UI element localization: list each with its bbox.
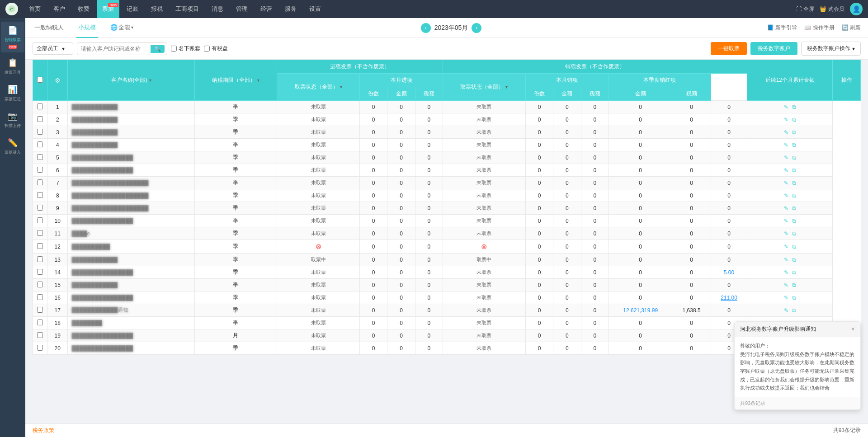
row-checkbox[interactable]: [37, 256, 43, 262]
row-checkbox[interactable]: [37, 141, 43, 147]
row-checkbox[interactable]: [37, 103, 43, 109]
copy-button[interactable]: ⧉: [792, 155, 796, 161]
nav-tax[interactable]: 报税: [146, 0, 168, 18]
filter-icon-period[interactable]: ▾: [257, 78, 259, 83]
copy-button[interactable]: ⧉: [792, 104, 796, 110]
copy-button[interactable]: ⧉: [792, 218, 796, 224]
tab-all[interactable]: 🌐 全能 ▾: [108, 18, 135, 38]
sidebar-item-invoice-summary[interactable]: 📊 票据汇总: [1, 81, 24, 106]
digital-account-ops-button[interactable]: 税务数字账户操作 ▾: [801, 42, 861, 56]
edit-button[interactable]: ✎: [784, 269, 788, 276]
row-checkbox[interactable]: [37, 154, 43, 160]
edit-button[interactable]: ✎: [784, 142, 788, 148]
checkbox-sub-account[interactable]: 名下账套: [171, 45, 200, 52]
copy-button[interactable]: ⧉: [792, 193, 796, 199]
filter-icon-fetchin[interactable]: ▾: [340, 85, 342, 89]
copy-button[interactable]: ⧉: [792, 205, 796, 211]
member-button[interactable]: 👑 购会员: [820, 5, 844, 13]
copy-button[interactable]: ⧉: [792, 269, 796, 276]
settings-icon[interactable]: ⚙: [55, 77, 61, 84]
copy-button[interactable]: ⧉: [792, 257, 796, 263]
nav-home[interactable]: 首页: [24, 0, 46, 18]
sidebar-item-smart-fetch[interactable]: 📄 智能取票 new: [1, 22, 24, 52]
employee-select[interactable]: 全部员工 ▾: [33, 42, 73, 55]
row-checkbox[interactable]: [37, 294, 43, 300]
red-amount-link[interactable]: 12,621,319.99: [623, 307, 658, 314]
checkbox-has-tax-disk[interactable]: 有税盘: [204, 45, 228, 52]
copy-button[interactable]: ⧉: [792, 180, 796, 186]
row-checkbox[interactable]: [37, 269, 43, 275]
nav-management[interactable]: 管理: [231, 0, 253, 18]
sidebar-item-invoice-entry[interactable]: ✏️ 票据录入: [1, 134, 24, 159]
row-checkbox[interactable]: [37, 243, 43, 249]
edit-button[interactable]: ✎: [784, 282, 788, 288]
nav-business[interactable]: 工商项目: [170, 0, 204, 18]
copy-button[interactable]: ⧉: [792, 230, 796, 237]
tax-policy-link[interactable]: 税务政策: [33, 427, 54, 434]
edit-button[interactable]: ✎: [784, 218, 788, 224]
nav-service[interactable]: 服务: [279, 0, 302, 18]
edit-button[interactable]: ✎: [784, 129, 788, 136]
tax-disk-checkbox[interactable]: [204, 46, 210, 52]
copy-button[interactable]: ⧉: [792, 307, 796, 314]
tab-small-scale[interactable]: 小规模: [76, 18, 98, 38]
refresh-button[interactable]: 🔄 刷新: [842, 24, 861, 32]
edit-button[interactable]: ✎: [784, 180, 788, 186]
row-checkbox[interactable]: [37, 345, 43, 351]
filter-icon-fetchout[interactable]: ▾: [505, 85, 508, 89]
filter-icon[interactable]: ▾: [149, 78, 151, 83]
edit-button[interactable]: ✎: [784, 230, 788, 237]
row-checkbox[interactable]: [37, 167, 43, 173]
row-checkbox[interactable]: [37, 129, 43, 135]
copy-button[interactable]: ⧉: [792, 129, 796, 136]
row-checkbox[interactable]: [37, 217, 43, 223]
edit-button[interactable]: ✎: [784, 295, 788, 301]
sub-account-checkbox[interactable]: [171, 46, 177, 52]
accumulate-link[interactable]: 211.00: [721, 295, 737, 301]
edit-button[interactable]: ✎: [784, 117, 788, 123]
edit-button[interactable]: ✎: [784, 307, 788, 314]
user-avatar[interactable]: 👤: [850, 3, 863, 15]
edit-button[interactable]: ✎: [784, 257, 788, 263]
edit-button[interactable]: ✎: [784, 155, 788, 161]
row-checkbox[interactable]: [37, 282, 43, 287]
row-checkbox[interactable]: [37, 116, 43, 122]
nav-message[interactable]: 消息: [206, 0, 229, 18]
edit-button[interactable]: ✎: [784, 205, 788, 211]
search-button[interactable]: 🔍: [151, 45, 165, 53]
edit-button[interactable]: ✎: [784, 104, 788, 110]
sidebar-item-invoice-open[interactable]: 📋 发票开具: [1, 54, 24, 79]
copy-button[interactable]: ⧉: [792, 167, 796, 174]
sidebar-item-scan-upload[interactable]: 📷 扫描上传: [1, 108, 24, 132]
digital-account-button[interactable]: 税务数字账户: [750, 42, 797, 55]
row-checkbox[interactable]: [37, 205, 43, 211]
row-checkbox[interactable]: [37, 307, 43, 313]
tab-general-taxpayer[interactable]: 一般纳税人: [33, 18, 66, 38]
row-checkbox[interactable]: [37, 192, 43, 198]
nav-settings[interactable]: 设置: [304, 0, 326, 18]
copy-button[interactable]: ⧉: [792, 142, 796, 148]
row-checkbox[interactable]: [37, 332, 43, 338]
copy-button[interactable]: ⧉: [792, 282, 796, 288]
search-input[interactable]: [81, 46, 149, 52]
edit-button[interactable]: ✎: [784, 193, 788, 199]
guide-button[interactable]: 📘 新手引导: [767, 24, 797, 32]
notification-close-button[interactable]: ×: [851, 325, 855, 333]
nav-client[interactable]: 客户: [48, 0, 71, 18]
manual-button[interactable]: 📖 操作手册: [804, 24, 834, 32]
row-checkbox[interactable]: [37, 179, 43, 185]
row-checkbox[interactable]: [37, 320, 43, 325]
row-checkbox[interactable]: [37, 230, 43, 236]
select-all-checkbox[interactable]: [37, 77, 43, 83]
fullscreen-button[interactable]: ⛶ 全屏: [796, 5, 814, 13]
period-next-button[interactable]: ›: [472, 23, 481, 33]
one-click-fetch-button[interactable]: 一键取票: [711, 42, 747, 55]
accumulate-link[interactable]: 5.00: [724, 269, 734, 276]
nav-billing[interactable]: 收费: [72, 0, 95, 18]
edit-button[interactable]: ✎: [784, 167, 788, 174]
copy-button[interactable]: ⧉: [792, 244, 796, 250]
copy-button[interactable]: ⧉: [792, 295, 796, 301]
nav-bookkeeping[interactable]: 记账: [121, 0, 144, 18]
nav-operation[interactable]: 经营: [255, 0, 278, 18]
nav-invoice[interactable]: 票据 new: [97, 0, 119, 18]
